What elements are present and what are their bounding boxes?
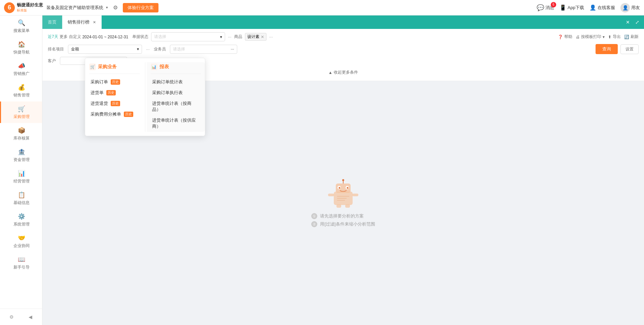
dropdown-item-po[interactable]: 采购订单 历史 [89,77,140,87]
dropdown-item-receipt[interactable]: 进货单 历史 [89,87,140,98]
product-label: 商品 [234,34,242,40]
trial-button[interactable]: 体验行业方案 [123,3,158,12]
purchase-icon: 🛒 [17,105,26,113]
logo-icon: 6 [4,2,15,13]
print-dropdown-icon[interactable]: ▾ [603,35,605,39]
tab-home[interactable]: 首页 [42,15,62,29]
sidebar: 🔍 搜索菜单 🏠 快捷导航 📣 营销推广 💰 销售管理 🛒 采购管理 📦 库存核… [0,15,42,325]
date-link-custom[interactable]: 自定义 [69,34,81,40]
toolbar-right: ❓ 帮助 🖨 按模板打印 ▾ ⬆ 导出 [558,34,639,40]
tab-bar: 首页 销售排行榜 ✕ ✕ ⤢ [42,15,644,29]
sidebar-item-stock[interactable]: 📦 库存核算 [0,123,42,145]
sidebar-item-newbie[interactable]: 📖 新手引导 [0,252,42,274]
refresh-icon: 🔄 [624,35,629,39]
tab-close-all[interactable]: ✕ [624,18,632,26]
dropdown-menu: 🛒 采购业务 采购订单 历史 进货单 历史 进货退货 [85,58,205,136]
tab-close-icon[interactable]: ✕ [93,20,96,25]
sidebar-settings-btn[interactable]: ⚙ [3,312,20,322]
rank-item-label: 排名项目 [48,46,64,52]
sales-icon: 💰 [17,83,26,91]
svg-rect-11 [345,204,350,208]
purchase-title-icon: 🛒 [89,64,96,70]
doc-status-select[interactable]: 请选择 ▾ [151,32,225,41]
export-action[interactable]: ⬆ 导出 [608,34,621,40]
rank-more[interactable]: ··· [146,47,150,52]
sidebar-item-sales[interactable]: 💰 销售管理 [0,80,42,101]
sidebar-item-marketing[interactable]: 📣 营销推广 [0,58,42,80]
doc-status-label: 单据状态 [132,34,148,40]
dropdown-item-po-stat[interactable]: 采购订单统计表 [151,77,201,87]
salesman-label: 业务员 [154,46,166,52]
dropdown-purchase-title: 🛒 采购业务 [89,62,140,74]
sidebar-bottom: ⚙ ◀ [0,309,42,325]
logo-text: 畅捷通好生意 标准版 [17,2,43,13]
date-link-more[interactable]: 更多 [60,34,68,40]
history-badge-po: 历史 [111,79,120,85]
finance-icon: 🏦 [17,148,26,156]
refresh-action[interactable]: 🔄 刷新 [624,34,639,40]
dropdown-item-receipt-by-product[interactable]: 进货单统计表（按商品） [151,98,201,115]
system-dropdown[interactable]: ▾ [106,5,108,10]
help-action[interactable]: ❓ 帮助 [558,34,572,40]
product-tag-close[interactable]: ✕ [261,35,264,39]
history-badge-expense: 历史 [124,112,133,117]
date-range-area: 近7天 更多 自定义 2024-01-01 ~ 2024-12-31 [48,34,128,40]
online-service-item[interactable]: 👤 在线客服 [589,4,615,11]
operations-icon: 📊 [17,169,26,177]
header-center: 装备及固定资产辅助管理系统 ▾ ⚙ 体验行业方案 [46,3,537,12]
customer-label: 客户 [48,58,56,64]
sidebar-collapse-btn[interactable]: ◀ [23,312,39,322]
sidebar-item-operations[interactable]: 📊 经营管理 [0,166,42,188]
sidebar-item-quick[interactable]: 🏠 快捷导航 [0,37,42,58]
sidebar-item-system[interactable]: ⚙️ 系统管理 [0,209,42,231]
product-tag: 设计素 ✕ [245,33,266,41]
basic-icon: 📋 [17,191,26,199]
dropdown-item-expense[interactable]: 采购费用分摊单 历史 [89,109,140,120]
sidebar-item-finance[interactable]: 🏦 资金管理 [0,145,42,166]
layout-wrapper: 🛒 采购业务 采购订单 历史 进货单 历史 进货退货 [42,29,644,325]
content-area: 首页 销售排行榜 ✕ ✕ ⤢ 🛒 采购业务 [42,15,644,325]
product-more[interactable]: ··· [269,34,273,39]
user-avatar: 👤 [620,3,630,12]
svg-rect-8 [328,194,334,196]
empty-tip-2: ② 用[过滤]条件来缩小分析范围 [311,221,375,227]
set-button[interactable]: 设置 [620,44,639,54]
empty-text: ① 请先选择要分析的方案 ② 用[过滤]条件来缩小分析范围 [311,213,375,227]
top-header: 6 畅捷通好生意 标准版 装备及固定资产辅助管理系统 ▾ ⚙ 体验行业方案 💬 … [0,0,644,15]
user-item[interactable]: 👤 用友 [620,3,640,12]
message-item[interactable]: 💬 消息 6 [537,4,554,11]
report-title-icon: 📊 [151,64,157,70]
newbie-icon: 📖 [17,255,26,263]
marketing-icon: 📣 [17,62,26,70]
empty-num-1: ① [311,213,317,219]
svg-point-4 [339,187,341,189]
main-layout: 🔍 搜索菜单 🏠 快捷导航 📣 营销推广 💰 销售管理 🛒 采购管理 📦 库存核… [0,15,644,325]
app-download-item[interactable]: 📱 App下载 [560,4,584,11]
tab-restore[interactable]: ⤢ [633,18,641,26]
tab-home-label: 首页 [48,19,57,25]
tab-sales-rank[interactable]: 销售排行榜 ✕ [62,15,102,29]
svg-rect-10 [336,204,341,208]
logo-area: 6 畅捷通好生意 标准版 [4,2,46,13]
dropdown-item-receipt-by-supplier[interactable]: 进货单统计表（按供应商） [151,115,201,132]
settings-icon[interactable]: ⚙ [111,3,120,12]
dropdown-item-po-exec[interactable]: 采购订单执行表 [151,87,201,98]
dropdown-columns: 🛒 采购业务 采购订单 历史 进货单 历史 进货退货 [85,62,205,132]
print-action[interactable]: 🖨 按模板打印 ▾ [576,34,605,40]
sidebar-item-basic[interactable]: 📋 基础信息 [0,188,42,209]
doc-status-more[interactable]: ··· [228,34,231,39]
query-button[interactable]: 查询 [596,44,618,54]
dropdown-purchase-col: 🛒 采购业务 采购订单 历史 进货单 历史 进货退货 [85,62,144,132]
print-icon: 🖨 [576,35,580,39]
toolbar-top-row: 近7天 更多 自定义 2024-01-01 ~ 2024-12-31 单据状态 … [48,32,639,41]
sidebar-item-purchase[interactable]: 🛒 采购管理 [0,101,42,123]
date-link-7days[interactable]: 近7天 [48,34,58,40]
svg-rect-9 [352,194,358,196]
dropdown-item-return[interactable]: 进货退货 历史 [89,98,140,109]
export-icon: ⬆ [608,35,611,39]
rank-item-select[interactable]: 金额 ▾ [68,45,142,54]
sidebar-item-search[interactable]: 🔍 搜索菜单 [0,15,42,37]
salesman-select[interactable]: 请选择 ··· [170,45,237,54]
enterprise-icon: 🤝 [17,234,26,242]
sidebar-item-enterprise[interactable]: 🤝 企业协同 [0,231,42,252]
